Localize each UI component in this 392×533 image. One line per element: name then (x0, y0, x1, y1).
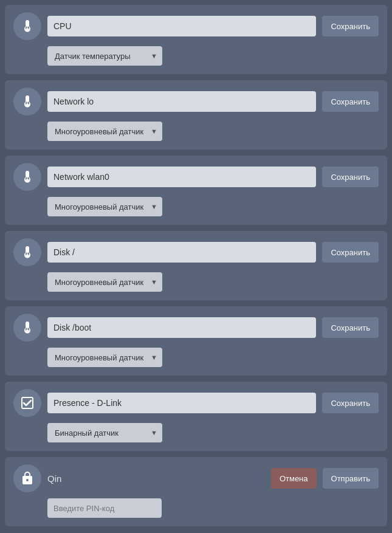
svg-rect-4 (27, 97, 28, 102)
disk-root-sensor-type-wrapper: Датчик температурыМногоуровневый датчикБ… (47, 272, 162, 292)
network-lo-save-button[interactable]: Сохранить (322, 91, 379, 112)
thermometer-icon-circle (13, 314, 41, 342)
network-wlan0-name-input[interactable] (47, 167, 316, 187)
lock-icon-circle (13, 464, 41, 492)
cpu-sensor-type-wrapper: Датчик температурыМногоуровневый датчикБ… (47, 46, 162, 66)
svg-rect-6 (27, 173, 28, 177)
svg-rect-8 (27, 248, 28, 253)
disk-root-save-button[interactable]: Сохранить (322, 242, 379, 263)
network-lo-name-input[interactable] (47, 91, 316, 112)
pin-device-name: Qin (47, 468, 265, 489)
disk-root-name-input[interactable] (47, 242, 316, 263)
pin-input[interactable] (47, 498, 162, 518)
network-lo-sensor-type-select[interactable]: Датчик температурыМногоуровневый датчикБ… (47, 122, 162, 141)
svg-rect-2 (27, 22, 28, 27)
svg-point-3 (26, 103, 29, 106)
thermometer-icon-circle (13, 12, 41, 40)
network-wlan0-save-button[interactable]: Сохранить (322, 167, 379, 187)
thermometer-icon (20, 245, 35, 260)
cpu-sensor-type-select[interactable]: Датчик температурыМногоуровневый датчикБ… (47, 46, 162, 66)
network-wlan0-sensor-type-select[interactable]: Датчик температурыМногоуровневый датчикБ… (47, 197, 162, 216)
disk-boot-name-input[interactable] (47, 317, 316, 338)
thermometer-icon (20, 19, 35, 33)
svg-point-1 (26, 28, 29, 30)
presence-dlink-sensor-type-wrapper: Датчик температурыМногоуровневый датчикБ… (47, 423, 162, 442)
pin-card: Qin Отмена Отправить (5, 457, 387, 526)
cancel-button[interactable]: Отмена (271, 468, 317, 489)
thermometer-icon (20, 170, 35, 184)
thermometer-icon (20, 94, 35, 109)
thermometer-icon-circle (13, 88, 41, 115)
send-button[interactable]: Отправить (323, 468, 379, 489)
lock-icon (20, 471, 35, 486)
checkbox-icon-circle (13, 389, 41, 417)
sensor-card-cpu: СохранитьДатчик температурыМногоуровневы… (5, 5, 387, 74)
disk-boot-sensor-type-select[interactable]: Датчик температурыМногоуровневый датчикБ… (47, 348, 162, 367)
svg-point-5 (26, 179, 29, 181)
disk-boot-save-button[interactable]: Сохранить (322, 317, 379, 338)
sensor-card-network-wlan0: СохранитьДатчик температурыМногоуровневы… (5, 156, 387, 225)
disk-boot-sensor-type-wrapper: Датчик температурыМногоуровневый датчикБ… (47, 348, 162, 367)
sensor-card-disk-boot: СохранитьДатчик температурыМногоуровневы… (5, 306, 387, 376)
sensor-card-presence-dlink: СохранитьДатчик температурыМногоуровневы… (5, 382, 387, 451)
disk-root-sensor-type-select[interactable]: Датчик температурыМногоуровневый датчикБ… (47, 272, 162, 292)
svg-point-9 (26, 329, 29, 332)
checkbox-icon (20, 396, 35, 410)
svg-point-7 (26, 254, 29, 256)
svg-rect-10 (27, 323, 28, 328)
sensor-card-disk-root: СохранитьДатчик температурыМногоуровневы… (5, 231, 387, 300)
presence-dlink-save-button[interactable]: Сохранить (322, 393, 379, 413)
sensor-card-network-lo: СохранитьДатчик температурыМногоуровневы… (5, 80, 387, 150)
thermometer-icon-circle (13, 238, 41, 266)
network-lo-sensor-type-wrapper: Датчик температурыМногоуровневый датчикБ… (47, 122, 162, 141)
presence-dlink-sensor-type-select[interactable]: Датчик температурыМногоуровневый датчикБ… (47, 423, 162, 442)
cpu-save-button[interactable]: Сохранить (322, 16, 379, 36)
network-wlan0-sensor-type-wrapper: Датчик температурыМногоуровневый датчикБ… (47, 197, 162, 216)
thermometer-icon (20, 320, 35, 335)
thermometer-icon-circle (13, 163, 41, 191)
presence-dlink-name-input[interactable] (47, 393, 316, 413)
cpu-name-input[interactable] (47, 16, 316, 36)
